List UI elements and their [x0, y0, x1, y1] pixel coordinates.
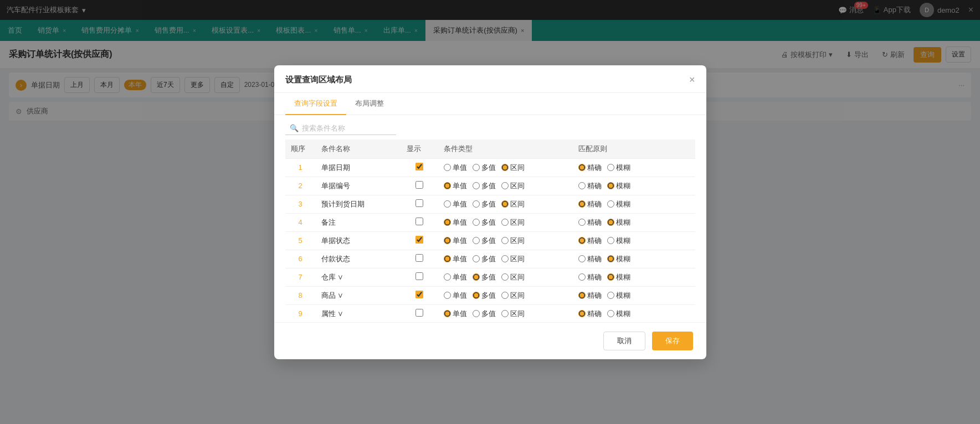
dialog-close-btn[interactable]: ×: [689, 74, 695, 86]
dialog-title: 设置查询区域布局: [285, 75, 352, 85]
dialog-tabs: 查询字段设置 布局调整: [274, 93, 706, 115]
dialog: 设置查询区域布局 × 查询字段设置 布局调整 🔍 顺序: [274, 65, 706, 122]
tab-layout[interactable]: 布局调整: [346, 93, 393, 115]
dialog-header: 设置查询区域布局 ×: [274, 65, 706, 93]
tab-layout-label: 布局调整: [355, 99, 384, 107]
tab-query-fields[interactable]: 查询字段设置: [285, 93, 346, 115]
dialog-search-area: 🔍: [274, 115, 706, 122]
modal-overlay: 设置查询区域布局 × 查询字段设置 布局调整 🔍 顺序: [0, 0, 980, 121]
tab-query-fields-label: 查询字段设置: [294, 99, 337, 107]
